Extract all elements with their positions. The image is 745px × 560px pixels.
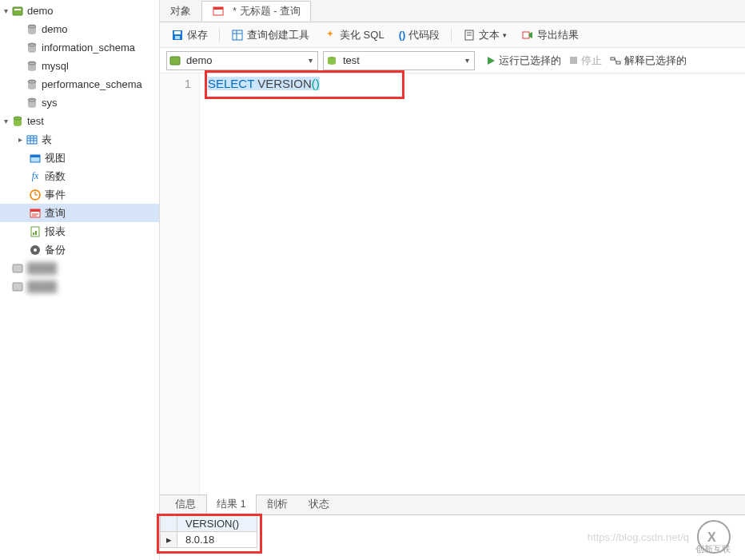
event-icon bbox=[29, 189, 42, 201]
chevron-down-icon: ▾ bbox=[503, 31, 507, 39]
tree-label: information_schema bbox=[42, 42, 135, 54]
row-header-blank bbox=[161, 516, 177, 532]
line-gutter: 1 bbox=[160, 73, 200, 494]
combo-text: demo bbox=[183, 54, 303, 66]
code-area[interactable]: SELECT VERSION() bbox=[200, 73, 745, 494]
tree-query[interactable]: 查询 bbox=[0, 204, 159, 222]
chevron-down-icon[interactable]: ▾ bbox=[303, 56, 317, 65]
expander-icon[interactable]: ▸ bbox=[14, 135, 26, 144]
export-button[interactable]: 导出结果 bbox=[516, 26, 584, 44]
tab-profile[interactable]: 剖析 bbox=[257, 494, 298, 514]
tree-db-sys[interactable]: sys bbox=[0, 93, 159, 112]
tree-conn-hidden1[interactable]: ████ bbox=[0, 259, 159, 277]
tab-row: 对象 * 无标题 - 查询 bbox=[160, 0, 745, 22]
svg-rect-50 bbox=[611, 58, 615, 60]
database-combo[interactable]: test ▾ bbox=[323, 51, 475, 70]
tree-views[interactable]: 视图 bbox=[0, 149, 159, 167]
report-icon bbox=[29, 225, 42, 238]
tree-backup[interactable]: 备份 bbox=[0, 240, 159, 259]
svg-rect-38 bbox=[174, 31, 181, 34]
combo-text: test bbox=[340, 54, 460, 66]
text-button[interactable]: 文本 ▾ bbox=[458, 26, 512, 44]
tree-tables[interactable]: ▸ 表 bbox=[0, 130, 159, 149]
save-label: 保存 bbox=[187, 28, 208, 42]
tab-label: 剖析 bbox=[267, 498, 288, 510]
tab-label: 结果 1 bbox=[217, 498, 246, 510]
tree-db-performance-schema[interactable]: performance_schema bbox=[0, 75, 159, 93]
tree-db-test[interactable]: ▾ test bbox=[0, 112, 159, 130]
connection-combo[interactable]: demo ▾ bbox=[166, 51, 318, 70]
line-number: 1 bbox=[160, 77, 191, 90]
svg-rect-30 bbox=[35, 231, 37, 235]
tree-label: 函数 bbox=[45, 169, 66, 184]
stop-icon bbox=[569, 56, 578, 65]
sql-editor[interactable]: 1 SELECT VERSION() bbox=[160, 73, 745, 494]
separator bbox=[219, 28, 220, 42]
export-label: 导出结果 bbox=[537, 28, 579, 42]
tree-events[interactable]: 事件 bbox=[0, 185, 159, 204]
play-icon bbox=[486, 56, 496, 66]
tree-label: mysql bbox=[42, 60, 69, 72]
result-cell[interactable]: 8.0.18 bbox=[177, 532, 257, 548]
database-icon bbox=[324, 55, 340, 66]
svg-rect-29 bbox=[33, 232, 34, 235]
snippet-button[interactable]: () 代码段 bbox=[394, 26, 445, 44]
query-builder-icon bbox=[231, 29, 244, 42]
query-builder-label: 查询创建工具 bbox=[247, 28, 309, 42]
svg-rect-20 bbox=[30, 155, 40, 157]
tab-status[interactable]: 状态 bbox=[298, 494, 340, 514]
tree-functions[interactable]: fx 函数 bbox=[0, 167, 159, 185]
run-label: 运行已选择的 bbox=[499, 54, 561, 68]
expander-icon[interactable]: ▾ bbox=[0, 117, 11, 125]
backup-icon bbox=[29, 244, 42, 256]
column-header[interactable]: VERSION() bbox=[177, 516, 257, 532]
database-icon bbox=[26, 60, 38, 73]
tree-label: test bbox=[27, 115, 44, 127]
tree-label: 查询 bbox=[45, 206, 66, 220]
tab-label: 对象 bbox=[170, 4, 191, 18]
tab-objects[interactable]: 对象 bbox=[160, 1, 201, 22]
explain-icon bbox=[610, 55, 621, 66]
tree-db-demo[interactable]: demo bbox=[0, 20, 159, 38]
svg-point-32 bbox=[34, 248, 37, 252]
tree-label: performance_schema bbox=[42, 78, 142, 90]
database-open-icon bbox=[11, 115, 24, 128]
tree-root-demo[interactable]: ▾ demo bbox=[0, 2, 159, 20]
database-icon bbox=[26, 42, 38, 54]
save-button[interactable]: 保存 bbox=[166, 26, 213, 44]
watermark-brand: 创新互联 bbox=[695, 543, 731, 555]
tree-conn-hidden2[interactable]: ████ bbox=[0, 277, 159, 296]
tab-info[interactable]: 信息 bbox=[165, 494, 206, 514]
view-icon bbox=[29, 152, 42, 165]
stop-label: 停止 bbox=[581, 54, 602, 68]
chevron-down-icon[interactable]: ▾ bbox=[460, 56, 474, 65]
tree-label: sys bbox=[42, 97, 58, 109]
result-table[interactable]: VERSION() ▸ 8.0.18 bbox=[160, 515, 257, 548]
query-builder-button[interactable]: 查询创建工具 bbox=[226, 26, 314, 44]
svg-rect-25 bbox=[30, 209, 40, 212]
run-button[interactable]: 运行已选择的 bbox=[486, 54, 561, 68]
table-icon bbox=[26, 133, 38, 146]
tab-query[interactable]: * 无标题 - 查询 bbox=[201, 1, 311, 22]
explain-label: 解释已选择的 bbox=[624, 54, 687, 68]
tree-db-information-schema[interactable]: information_schema bbox=[0, 38, 159, 57]
tree-root-label: demo bbox=[27, 5, 54, 17]
tree-reports[interactable]: 报表 bbox=[0, 222, 159, 240]
explain-button[interactable]: 解释已选择的 bbox=[610, 54, 687, 68]
database-icon bbox=[26, 78, 38, 91]
svg-rect-34 bbox=[13, 283, 22, 291]
svg-text:X: X bbox=[707, 530, 716, 544]
svg-rect-47 bbox=[170, 57, 180, 65]
text-icon bbox=[463, 29, 476, 42]
tab-result[interactable]: 结果 1 bbox=[206, 494, 257, 514]
expander-icon[interactable]: ▾ bbox=[0, 6, 11, 15]
query-icon bbox=[212, 5, 225, 18]
beautify-button[interactable]: 美化 SQL bbox=[319, 26, 389, 44]
tree-db-mysql[interactable]: mysql bbox=[0, 57, 159, 75]
toolbar: 保存 查询创建工具 美化 SQL () 代码段 文本 ▾ 导出结果 bbox=[160, 22, 745, 48]
tab-label: 状态 bbox=[309, 498, 329, 510]
text-label: 文本 bbox=[479, 28, 500, 42]
tree-label: 备份 bbox=[45, 243, 66, 257]
svg-rect-0 bbox=[13, 7, 22, 15]
beautify-icon bbox=[324, 29, 337, 42]
